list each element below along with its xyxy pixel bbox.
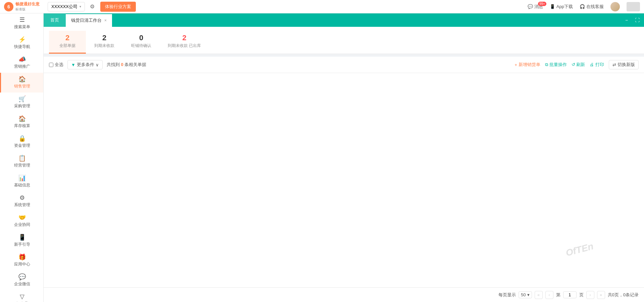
sidebar-item-finance[interactable]: 🔒 资金管理: [0, 132, 43, 152]
last-page-button[interactable]: »: [597, 291, 605, 299]
sidebar-label-enterprise: 企业协同: [14, 222, 30, 228]
select-all-input[interactable]: [49, 63, 53, 67]
switch-version-button[interactable]: ⇄ 切换新版: [609, 60, 639, 69]
more-filter-button[interactable]: ▼ 更多条件 ∨: [67, 60, 103, 69]
headset-icon: 🎧: [580, 4, 585, 9]
stat-label-pending: 旺铺待确认: [131, 43, 152, 49]
message-icon: 💬: [528, 4, 533, 9]
header-right: 💬 消息 99+ 📱 App下载 🎧 在线客服: [528, 2, 640, 11]
sidebar-item-inventory[interactable]: 🏠 库存核算: [0, 112, 43, 132]
guide-icon: 📱: [18, 234, 26, 240]
first-page-icon: «: [537, 293, 540, 297]
main-layout: ☰ 搜索菜单 ⚡ 快捷导航 📣 营销推广 🏠 销售管理 🛒 采购管理 🏠 库存核…: [0, 13, 644, 302]
filter-icon: ▼: [71, 62, 75, 67]
company-name: XXXXXX公司: [51, 4, 77, 10]
stat-tab-pending[interactable]: 0 旺铺待确认: [123, 31, 160, 54]
online-service-item[interactable]: 🎧 在线客服: [580, 4, 604, 10]
app-center-icon: 🎁: [18, 254, 26, 260]
wechat-icon: 💬: [18, 274, 26, 280]
page-number-input[interactable]: [563, 291, 577, 298]
total-label: 共0页，0条记录: [608, 292, 639, 298]
stat-label-overdue: 到期未收款: [94, 43, 115, 49]
tab-bar: 首页 钱货日清工作台 × − ⛶: [44, 13, 644, 27]
table-area: [44, 73, 644, 287]
select-all-checkbox[interactable]: 全选: [49, 62, 63, 68]
page-size-selector[interactable]: 50 ▾: [519, 291, 532, 298]
stat-tab-overdue[interactable]: 2 到期未收款: [86, 31, 123, 54]
sidebar-label-wechat: 企业微信: [14, 281, 30, 287]
first-page-button[interactable]: «: [535, 291, 543, 299]
sidebar-item-guide[interactable]: 📱 新手引导: [0, 231, 43, 251]
sidebar-item-enterprise[interactable]: 🤝 企业协同: [0, 211, 43, 231]
print-button[interactable]: 🖨 打印: [590, 62, 604, 68]
switch-version-label: 切换新版: [618, 62, 635, 68]
quick-nav-icon: ⚡: [18, 37, 26, 43]
home-tab-label: 首页: [50, 17, 59, 23]
tab-home[interactable]: 首页: [44, 13, 66, 27]
refresh-label: 刷新: [576, 62, 585, 67]
sidebar-item-wechat[interactable]: 💬 企业微信: [0, 270, 43, 290]
batch-operation-button[interactable]: ⧉ 批量操作: [545, 62, 567, 68]
sidebar-item-sales[interactable]: 🏠 销售管理: [0, 73, 43, 93]
stat-tab-overdue-shipped[interactable]: 2 到期未收款 已出库: [160, 31, 209, 54]
page-next-label: 页: [579, 292, 584, 298]
app-download-item[interactable]: 📱 App下载: [550, 4, 573, 10]
sidebar-label-guide: 新手引导: [14, 242, 30, 247]
sidebar-label-system: 系统管理: [14, 202, 30, 208]
sidebar-item-app-center[interactable]: 🎁 应用中心: [0, 251, 43, 270]
member-icon: ▽: [20, 294, 24, 300]
found-prefix: 共找到: [107, 62, 120, 67]
sidebar-label-quick-nav: 快捷导航: [14, 44, 30, 50]
tab-close-icon[interactable]: ×: [104, 18, 107, 23]
sidebar-item-system[interactable]: ⚙ 系统管理: [0, 191, 43, 211]
sidebar-item-search-menu[interactable]: ☰ 搜索菜单: [0, 13, 43, 33]
stat-number-overdue-shipped: 2: [168, 34, 201, 42]
tab-minimize-button[interactable]: −: [623, 16, 631, 24]
maximize-icon: ⛶: [635, 17, 640, 23]
pagination: 每页显示 50 ▾ « ‹ 第 页 › »: [44, 287, 644, 302]
next-page-icon: ›: [590, 293, 591, 297]
refresh-button[interactable]: ↺ 刷新: [572, 62, 585, 68]
page-size-label: 每页显示: [498, 292, 516, 298]
prev-page-button[interactable]: ‹: [545, 291, 553, 299]
stats-tabs: 2 全部单据 2 到期未收款 0 旺铺待确认 2 到期未收款 已出库: [44, 27, 644, 54]
sales-icon: 🏠: [18, 76, 26, 82]
sidebar-item-operations[interactable]: 📋 经营管理: [0, 152, 43, 172]
toolbar: 全选 ▼ 更多条件 ∨ 共找到 0 条相关单据 + 新增销货单: [44, 57, 644, 73]
online-service-label: 在线客服: [586, 4, 604, 10]
logo-icon: 6: [4, 2, 13, 11]
sidebar-item-base-info[interactable]: 📊 基础信息: [0, 172, 43, 191]
base-info-icon: 📊: [18, 175, 26, 181]
found-suffix: 条相关单据: [124, 62, 146, 67]
sidebar-item-quick-nav[interactable]: ⚡ 快捷导航: [0, 33, 43, 53]
dropdown-arrow-icon: ▾: [79, 5, 81, 8]
stat-number-overdue: 2: [94, 34, 115, 42]
enterprise-icon: 🤝: [18, 215, 26, 221]
avatar[interactable]: [610, 2, 620, 11]
settings-button[interactable]: ⚙: [88, 2, 97, 11]
sidebar-item-purchase[interactable]: 🛒 采购管理: [0, 93, 43, 112]
next-page-button[interactable]: ›: [586, 291, 594, 299]
tab-maximize-button[interactable]: ⛶: [633, 16, 641, 24]
more-filter-chevron-icon: ∨: [96, 62, 99, 67]
sidebar-label-finance: 资金管理: [14, 143, 30, 148]
switch-icon: ⇄: [612, 62, 616, 67]
stat-number-pending: 0: [131, 34, 152, 42]
sidebar-item-marketing[interactable]: 📣 营销推广: [0, 53, 43, 73]
logo-line2: 标准版: [15, 7, 40, 11]
logo-text: 畅捷通好生意 标准版: [15, 2, 40, 11]
add-sales-order-button[interactable]: + 新增销货单: [515, 62, 540, 68]
tab-workbench[interactable]: 钱货日清工作台 ×: [66, 13, 112, 27]
trial-button[interactable]: 体验行业方案: [100, 2, 136, 12]
batch-icon: ⧉: [545, 62, 548, 67]
refresh-icon: ↺: [572, 62, 575, 67]
message-item[interactable]: 💬 消息 99+: [528, 4, 543, 10]
sidebar: ☰ 搜索菜单 ⚡ 快捷导航 📣 营销推广 🏠 销售管理 🛒 采购管理 🏠 库存核…: [0, 13, 44, 302]
header: 6 畅捷通好生意 标准版 XXXXXX公司 ▾ ⚙ 体验行业方案 💬 消息 99…: [0, 0, 644, 13]
stat-tab-all[interactable]: 2 全部单据: [49, 31, 86, 54]
company-selector[interactable]: XXXXXX公司 ▾: [48, 2, 85, 11]
sidebar-label-app-center: 应用中心: [14, 261, 30, 267]
sidebar-item-member[interactable]: ▽ 畅会员: [0, 290, 43, 302]
page-content: 2 全部单据 2 到期未收款 0 旺铺待确认 2 到期未收款 已出库: [44, 27, 644, 302]
page-size-value: 50: [521, 292, 526, 297]
